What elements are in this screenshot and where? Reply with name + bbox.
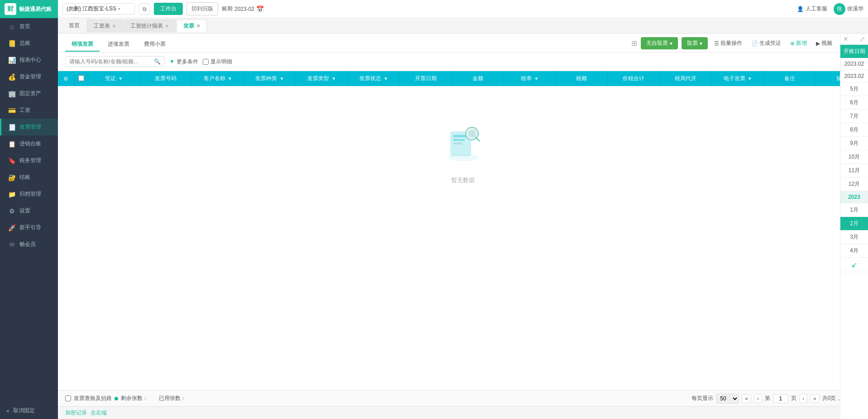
footer-check-checkbox[interactable] [65, 395, 71, 401]
sidebar-item-funds[interactable]: 💰 资金管理 [0, 68, 58, 85]
generate-voucher-button[interactable]: 📄 生成凭证 [749, 38, 784, 49]
sidebar-pin-btn[interactable]: « 取消固定 [0, 402, 58, 419]
tab-invoice-close[interactable]: ✕ [196, 24, 200, 29]
take-ticket-button[interactable]: 取票 ▾ [682, 37, 708, 49]
sales-icon: 📋 [8, 140, 16, 148]
tab-salary[interactable]: 工资表 ✕ [87, 19, 123, 32]
generate-voucher-label: 生成凭证 [759, 39, 781, 47]
col-tax-rate-filter[interactable]: ▼ [534, 76, 539, 81]
app-name: 畅捷通易代账 [19, 5, 52, 13]
sidebar-item-tax[interactable]: 🔖 税务管理 [0, 152, 58, 169]
last-page-btn[interactable]: » [810, 394, 820, 403]
company-selector[interactable]: (勿删) 江西股宝-LSS ▾ [62, 3, 135, 14]
more-filters-label: 更多条件 [176, 58, 198, 66]
col-customer-filter[interactable]: ▼ [228, 76, 232, 81]
col-invoice-status-filter[interactable]: ▼ [384, 76, 388, 81]
col-open-date: 开票日期 [400, 71, 452, 86]
subtab-purchase-invoice[interactable]: 进项发票 [101, 38, 136, 52]
show-details-checkbox[interactable] [203, 59, 209, 65]
sidebar-item-ledger[interactable]: 📒 总账 [0, 35, 58, 52]
video-button[interactable]: ▶ 视频 [813, 38, 835, 49]
next-page-btn[interactable]: › [799, 394, 807, 403]
sidebar-item-label: 工资 [19, 106, 30, 114]
sidebar-item-invoice[interactable]: 🧾 发票管理 [0, 119, 58, 135]
empty-state: 暂无数据 [58, 86, 868, 221]
sidebar-item-guide[interactable]: 🚀 新手引导 [0, 219, 58, 236]
salary-icon: 💳 [8, 107, 16, 114]
date-panel-month-12[interactable]: 12月 [840, 178, 868, 191]
user-item[interactable]: 徐 徐溪华 [834, 3, 863, 15]
col-invoice-status: 发票状态 ▼ [348, 71, 400, 86]
date-panel-period-2[interactable]: 2023.02 [840, 70, 868, 82]
date-panel-2023-month-4[interactable]: 4月 [840, 244, 868, 258]
subtab-sales-invoice[interactable]: 销项发票 [65, 38, 100, 52]
tab-invoice[interactable]: 发票 ✕ [176, 19, 207, 32]
date-panel-header[interactable]: 开账日期 [840, 45, 868, 58]
sidebar-item-assets[interactable]: 🏢 固定资产 [0, 85, 58, 102]
tab-salary-close[interactable]: ✕ [112, 24, 116, 29]
date-panel-month-10[interactable]: 10月 [840, 150, 868, 164]
show-details-checkbox-label[interactable]: 显示明细 [203, 58, 232, 66]
col-invoice-type2-filter[interactable]: ▼ [332, 76, 336, 81]
old-version-button[interactable]: 切到旧版 [186, 2, 218, 15]
sidebar: 财 畅捷通易代账 ⌂ 首页 📒 总账 📊 报表中心 💰 资金管理 🏢 固定资产 … [0, 0, 58, 419]
date-panel-month-11[interactable]: 11月 [840, 164, 868, 178]
encrypt-record-link[interactable]: 加密记录 [65, 409, 87, 417]
col-eticket-filter[interactable]: ▼ [748, 76, 752, 81]
sidebar-item-settings[interactable]: ⚙ 设置 [0, 202, 58, 219]
date-panel-month-7[interactable]: 7月 [840, 110, 868, 123]
sidebar-item-home[interactable]: ⌂ 首页 [0, 18, 58, 35]
sidebar-item-closing[interactable]: 🔐 结账 [0, 169, 58, 186]
support-item[interactable]: 👤 人工客服 [797, 5, 827, 13]
date-panel-month-8[interactable]: 8月 [840, 123, 868, 137]
date-panel-close-btn[interactable]: ✕ [843, 35, 849, 43]
date-panel-month-5[interactable]: 5月 [840, 82, 868, 96]
ledger-icon: 📒 [8, 40, 16, 47]
workspace-button[interactable]: 工作台 [154, 3, 183, 15]
new-button[interactable]: ⊕ 新增 [787, 38, 810, 49]
col-invoice-no: 发票号码 [140, 71, 192, 86]
date-panel-bottom-icon[interactable]: ↙ [840, 258, 868, 272]
col-settings[interactable]: ⚙ [58, 71, 74, 86]
first-page-btn[interactable]: « [742, 394, 751, 403]
go-left-link[interactable]: 去左端 [91, 409, 107, 417]
col-invoice-type1-filter[interactable]: ▼ [280, 76, 284, 81]
sidebar-item-member[interactable]: ♾ 畅会员 [0, 236, 58, 253]
search-input[interactable] [69, 58, 152, 65]
sidebar-item-salary[interactable]: 💳 工资 [0, 102, 58, 119]
col-checkbox[interactable] [74, 71, 88, 86]
col-amount: 金额 [452, 71, 504, 86]
video-icon: ▶ [816, 40, 820, 47]
date-panel-expand-btn[interactable]: ⤢ [860, 35, 865, 43]
subtab-expense-receipt[interactable]: 费用小票 [138, 38, 172, 52]
topbar-right: 👤 人工客服 徐 徐溪华 [797, 3, 863, 15]
sidebar-item-reports[interactable]: 📊 报表中心 [0, 52, 58, 68]
no-ticket-button[interactable]: 无自取票 ▾ [641, 37, 678, 49]
date-panel-period-1[interactable]: 2023.02 [840, 58, 868, 70]
batch-op-button[interactable]: ☰ 批量操作 [711, 38, 745, 49]
empty-icon [440, 122, 486, 172]
tab-home[interactable]: 首页 [62, 19, 86, 32]
calendar-icon[interactable]: 📅 [256, 5, 264, 13]
select-all-checkbox[interactable] [78, 75, 84, 81]
date-panel-2023-month-3[interactable]: 3月 [840, 231, 868, 244]
support-icon: 👤 [797, 6, 804, 12]
page-input[interactable] [773, 394, 788, 403]
tab-salary-report[interactable]: 工资统计报表 ✕ [124, 19, 176, 32]
tab-salary-report-close[interactable]: ✕ [165, 24, 169, 29]
2023-month-2-label: 2月 [850, 220, 858, 226]
date-panel-2023-month-2[interactable]: 2月 [840, 217, 868, 231]
more-filters-button[interactable]: ▼ 更多条件 [169, 58, 198, 66]
col-tax-amount: 税额 [556, 71, 608, 86]
copy-button[interactable]: ⧉ [138, 3, 150, 15]
sidebar-item-archive[interactable]: 📁 归档管理 [0, 186, 58, 202]
svg-line-7 [476, 137, 479, 141]
date-panel-2023-month-1[interactable]: 1月 [840, 203, 868, 217]
sidebar-item-sales[interactable]: 📋 进销台账 [0, 135, 58, 152]
prev-page-btn[interactable]: ‹ [754, 394, 762, 403]
empty-text: 暂无数据 [451, 176, 475, 184]
date-panel-month-6[interactable]: 6月 [840, 96, 868, 110]
page-size-select[interactable]: 20 50 100 [716, 394, 739, 404]
col-voucher-filter[interactable]: ▼ [118, 76, 123, 81]
date-panel-month-9[interactable]: 9月 [840, 137, 868, 150]
